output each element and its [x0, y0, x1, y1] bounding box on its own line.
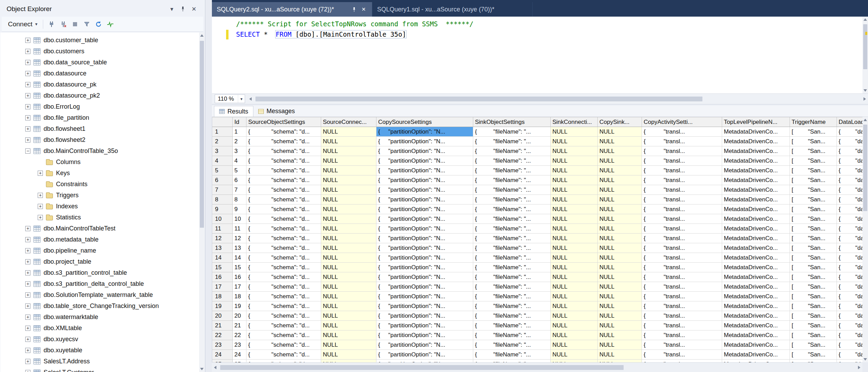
filter-icon[interactable] [81, 19, 92, 30]
grid-cell-sourceObjectSettings[interactable]: { "schema": "d... [246, 311, 321, 321]
expand-icon[interactable]: + [38, 171, 43, 176]
chevron-down-icon[interactable]: ▾ [238, 95, 245, 103]
grid-cell-copyActivitySettings[interactable]: { "transl... [642, 185, 722, 195]
grid-cell-triggerName[interactable]: [ "San... [790, 350, 837, 360]
grid-cell-sourceObjectSettings[interactable]: { "schema": "d... [246, 301, 321, 311]
grid-cell-sourceObjectSettings[interactable]: { "schema": "d... [246, 205, 321, 214]
grid-cell-copySink[interactable]: NULL [598, 311, 642, 321]
grid-cell-sourceConnection[interactable]: NULL [321, 360, 376, 362]
grid-cell-triggerName[interactable]: [ "San... [790, 224, 837, 234]
grid-cell-copyActivitySettings[interactable]: { "transl... [642, 360, 722, 362]
editor-hscrollbar[interactable] [247, 94, 868, 104]
row-header-cell[interactable]: 11 [212, 224, 233, 234]
tree-item-saleslt-customer[interactable]: +SalesLT.Customer [0, 367, 199, 372]
row-header-cell[interactable]: 12 [212, 234, 233, 243]
scroll-left-arrow-icon[interactable] [214, 366, 216, 369]
grid-cell-sinkConnection[interactable]: NULL [551, 243, 598, 253]
grid-cell-copySourceSettings[interactable]: { "partitionOption": "N... [376, 185, 473, 195]
grid-cell-copyActivitySettings[interactable]: { "transl... [642, 156, 722, 166]
expand-icon[interactable]: + [25, 270, 30, 275]
grid-cell-topLevelPipelineName[interactable]: MetadataDrivenCo... [722, 146, 790, 156]
row-header-cell[interactable]: 2 [212, 137, 233, 146]
scrollbar-thumb[interactable] [220, 365, 624, 370]
grid-cell-id[interactable]: 1 [233, 127, 246, 137]
grid-cell-sinkConnection[interactable]: NULL [551, 253, 598, 263]
grid-cell-sourceConnection[interactable]: NULL [321, 253, 376, 263]
grid-cell-id[interactable]: 9 [233, 205, 246, 214]
sql-editor[interactable]: /****** Script for SelectTopNRows comman… [212, 17, 868, 93]
grid-cell-copySink[interactable]: NULL [598, 224, 642, 234]
grid-cell-id[interactable]: 18 [233, 292, 246, 301]
scroll-left-arrow-icon[interactable] [249, 97, 252, 101]
column-header-copySourceSettings[interactable]: CopySourceSettings [376, 117, 473, 127]
grid-cell-copySourceSettings[interactable]: { "partitionOption": "N... [376, 263, 473, 272]
grid-cell-dataLoadingBehavior[interactable]: { "data [837, 330, 862, 340]
tree-item-saleslt-address[interactable]: +SalesLT.Address [0, 356, 199, 367]
grid-cell-sinkObjectSettings[interactable]: { "fileName": "... [473, 330, 551, 340]
disconnect-icon[interactable] [58, 19, 69, 30]
grid-cell-copyActivitySettings[interactable]: { "transl... [642, 234, 722, 243]
column-header-triggerName[interactable]: TriggerName [790, 117, 837, 127]
tree-item-triggers[interactable]: +Triggers [0, 190, 199, 201]
grid-cell-copySink[interactable]: NULL [598, 360, 642, 362]
grid-cell-copySourceSettings[interactable]: { "partitionOption": "N... [376, 360, 473, 362]
grid-cell-topLevelPipelineName[interactable]: MetadataDrivenCo... [722, 282, 790, 292]
grid-cell-copySink[interactable]: NULL [598, 282, 642, 292]
tree-item-dbo-maincontroltabletest[interactable]: +dbo.MainControlTableTest [0, 223, 199, 234]
grid-vscrollbar[interactable] [862, 117, 868, 362]
grid-cell-triggerName[interactable]: [ "San... [790, 127, 837, 137]
expand-icon[interactable]: + [25, 93, 30, 98]
grid-cell-topLevelPipelineName[interactable]: MetadataDrivenCo... [722, 321, 790, 330]
grid-cell-triggerName[interactable]: [ "San... [790, 272, 837, 282]
grid-cell-copySourceSettings[interactable]: { "partitionOption": "N... [376, 195, 473, 205]
grid-cell-copyActivitySettings[interactable]: { "transl... [642, 146, 722, 156]
expand-icon[interactable]: + [25, 104, 30, 109]
grid-cell-dataLoadingBehavior[interactable]: { "data [837, 156, 862, 166]
scroll-up-arrow-icon[interactable] [864, 119, 867, 121]
grid-cell-sourceConnection[interactable]: NULL [321, 321, 376, 330]
row-header-cell[interactable]: 4 [212, 156, 233, 166]
scroll-down-arrow-icon[interactable] [864, 89, 867, 92]
grid-cell-copySink[interactable]: NULL [598, 321, 642, 330]
expand-icon[interactable]: + [25, 71, 30, 76]
tree-item-dbo-customer-table[interactable]: +dbo.customer_table [0, 35, 199, 46]
grid-cell-sinkObjectSettings[interactable]: { "fileName": "... [473, 127, 551, 137]
grid-cell-dataLoadingBehavior[interactable]: { "data [837, 166, 862, 175]
tree-item-dbo-datasource-pk2[interactable]: +dbo.datasource_pk2 [0, 90, 199, 101]
column-header-topLevelPipelineName[interactable]: TopLevelPipelineN... [722, 117, 790, 127]
grid-cell-sinkConnection[interactable]: NULL [551, 350, 598, 360]
grid-cell-topLevelPipelineName[interactable]: MetadataDrivenCo... [722, 311, 790, 321]
grid-cell-copySink[interactable]: NULL [598, 205, 642, 214]
scrollbar-thumb[interactable] [200, 41, 204, 228]
grid-cell-triggerName[interactable]: [ "San... [790, 137, 837, 146]
grid-cell-sourceObjectSettings[interactable]: { "schema": "d... [246, 350, 321, 360]
grid-cell-id[interactable]: 16 [233, 272, 246, 282]
tree-item-dbo-table-store-changetracking-version[interactable]: +dbo.table_store_ChangeTracking_version [0, 300, 199, 311]
tree-item-constraints[interactable]: Constraints [0, 179, 199, 190]
row-header-cell[interactable]: 8 [212, 195, 233, 205]
grid-cell-id[interactable]: 11 [233, 224, 246, 234]
grid-cell-sinkConnection[interactable]: NULL [551, 175, 598, 185]
grid-cell-sinkObjectSettings[interactable]: { "fileName": "... [473, 253, 551, 263]
grid-cell-copySourceSettings[interactable]: { "partitionOption": "N... [376, 146, 473, 156]
grid-cell-sourceConnection[interactable]: NULL [321, 234, 376, 243]
window-position-chevron-down-icon[interactable]: ▾ [167, 5, 176, 13]
grid-cell-dataLoadingBehavior[interactable]: { "data [837, 175, 862, 185]
grid-cell-copyActivitySettings[interactable]: { "transl... [642, 175, 722, 185]
grid-cell-topLevelPipelineName[interactable]: MetadataDrivenCo... [722, 185, 790, 195]
grid-cell-copySourceSettings[interactable]: { "partitionOption": "N... [376, 175, 473, 185]
grid-cell-dataLoadingBehavior[interactable]: { "data [837, 195, 862, 205]
grid-cell-sourceConnection[interactable]: NULL [321, 166, 376, 175]
grid-cell-triggerName[interactable]: [ "San... [790, 195, 837, 205]
row-header-cell[interactable]: 7 [212, 185, 233, 195]
row-header-cell[interactable]: 20 [212, 311, 233, 321]
row-header-cell[interactable]: 13 [212, 243, 233, 253]
grid-cell-sourceObjectSettings[interactable]: { "schema": "d... [246, 185, 321, 195]
grid-cell-triggerName[interactable]: [ "San... [790, 340, 837, 350]
grid-cell-dataLoadingBehavior[interactable]: { "data [837, 272, 862, 282]
row-header-cell[interactable]: 18 [212, 292, 233, 301]
expand-icon[interactable]: + [25, 370, 30, 372]
grid-cell-copySourceSettings[interactable]: { "partitionOption": "N... [376, 214, 473, 224]
grid-cell-sinkObjectSettings[interactable]: { "fileName": "... [473, 272, 551, 282]
grid-cell-sourceObjectSettings[interactable]: { "schema": "d... [246, 175, 321, 185]
